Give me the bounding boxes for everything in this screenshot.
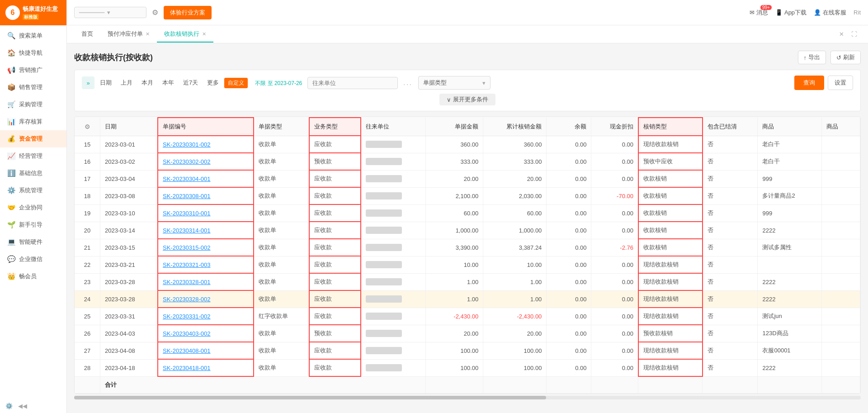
th-writeoff-type[interactable]: 核销类型 [638,118,703,136]
cell-doc-no[interactable]: SK-20230321-003 [158,256,254,273]
th-biz-type[interactable]: 业务类型 [309,118,360,136]
doc-link[interactable]: SK-20230331-002 [163,313,211,320]
tab-writeoff-close[interactable]: ✕ [202,31,206,37]
horizontal-scrollbar[interactable] [74,396,861,399]
doc-link[interactable]: SK-20230302-002 [163,158,211,165]
sidebar-item-sales[interactable]: 📦 销售管理 [0,79,66,96]
th-date[interactable]: 日期 [100,118,158,136]
sidebar-item-finance[interactable]: 💰 资金管理 [0,130,66,147]
sidebar-item-member[interactable]: 👑 畅会员 [0,268,66,285]
cell-doc-no[interactable]: SK-20230403-002 [158,325,254,342]
company-selector[interactable]: ━━━━━━━━ ▾ [74,7,146,18]
filter-more-btn[interactable]: 更多 [203,77,222,88]
messages-btn[interactable]: ✉ 消息 99+ [750,9,768,17]
doc-link[interactable]: SK-20230304-001 [163,176,211,182]
refresh-btn[interactable]: ↺ 刷新 [830,51,861,64]
doc-link[interactable]: SK-20230308-001 [163,193,211,199]
doc-link[interactable]: SK-20230314-001 [163,227,211,234]
settings-gear-icon[interactable]: ⚙ [152,8,158,17]
cell-doc-no[interactable]: SK-20230328-001 [158,273,254,290]
filter-partner-input[interactable] [307,77,398,89]
cell-doc-no[interactable]: SK-20230308-001 [158,187,254,204]
cell-discount: 0.00 [591,136,638,153]
collapse-icon[interactable]: ◀◀ [18,403,27,409]
footer-balance [547,376,591,394]
cell-doc-no[interactable]: SK-20230314-001 [158,222,254,239]
th-writeoff[interactable]: 累计核销金额 [483,118,547,136]
th-doc-type[interactable]: 单据类型 [254,118,309,136]
online-service-btn[interactable]: 👤 在线客服 [814,9,846,17]
doc-link[interactable]: SK-20230418-001 [163,365,211,371]
cell-settled: 否 [703,153,758,170]
cell-date: 2023-03-02 [100,153,158,170]
cell-doc-no[interactable]: SK-20230301-002 [158,136,254,153]
doc-link[interactable]: SK-20230321-003 [163,261,211,268]
table-row: 192023-03-10SK-20230310-001收款单应收款███████… [75,204,860,222]
cell-biz-type: 应收款 [309,222,360,239]
sidebar-item-marketing[interactable]: 📢 营销推广 [0,62,66,79]
doc-link[interactable]: SK-20230315-002 [163,244,211,251]
th-partner[interactable]: 往来单位 [361,118,426,136]
filter-expand-btn[interactable]: » [82,76,94,89]
industry-btn[interactable]: 体验行业方案 [164,6,212,19]
cell-doc-no[interactable]: SK-20230315-002 [158,239,254,256]
sidebar-item-enterprise[interactable]: 🤝 企业协同 [0,199,66,216]
query-btn[interactable]: 查询 [794,76,824,90]
filter-custom-btn[interactable]: 自定义 [224,78,248,88]
expand-more-btn[interactable]: ∨ 展开更多条件 [439,94,495,105]
filter-last-month-btn[interactable]: 上月 [117,77,136,88]
th-goods[interactable]: 商品 [758,118,822,136]
app-download-btn[interactable]: 📱 App下载 [775,9,807,17]
filter-this-year-btn[interactable]: 本年 [159,77,178,88]
sidebar-item-hardware[interactable]: 💻 智能硬件 [0,233,66,251]
doc-link[interactable]: SK-20230310-001 [163,210,211,217]
sidebar-item-purchase[interactable]: 🛒 采购管理 [0,96,66,113]
cell-discount: 0.00 [591,273,638,290]
tab-prepay[interactable]: 预付冲应付单 ✕ [100,26,157,43]
tab-home[interactable]: 首页 [74,26,100,43]
sidebar-item-system[interactable]: ⚙️ 系统管理 [0,182,66,199]
filter-settings-btn[interactable]: 设置 [828,76,853,90]
cell-discount: 0.00 [591,153,638,170]
th-amount[interactable]: 单据金额 [425,118,483,136]
sidebar-item-guide[interactable]: 🌱 新手引导 [0,216,66,233]
doc-link[interactable]: SK-20230301-002 [163,141,211,148]
tab-prepay-close[interactable]: ✕ [146,31,150,37]
cell-no: 21 [75,239,100,256]
cell-doc-no[interactable]: SK-20230304-001 [158,170,254,187]
th-discount[interactable]: 现金折扣 [591,118,638,136]
th-doc-no[interactable]: 单据编号 [158,118,254,136]
cell-settled: 否 [703,290,758,308]
doc-link[interactable]: SK-20230328-001 [163,279,211,285]
filter-7days-btn[interactable]: 近7天 [179,77,202,88]
footer-writeoff [483,376,547,394]
maximize-icon[interactable]: ⛶ [848,31,861,38]
sidebar-item-nav[interactable]: 🏠 快捷导航 [0,44,66,62]
filter-this-month-btn[interactable]: 本月 [138,77,157,88]
cell-doc-no[interactable]: SK-20230328-002 [158,290,254,308]
sidebar-item-operation[interactable]: 📈 经营管理 [0,147,66,165]
cell-doc-no[interactable]: SK-20230408-001 [158,342,254,359]
sidebar-item-inventory[interactable]: 📊 库存核算 [0,113,66,130]
doc-link[interactable]: SK-20230328-002 [163,296,211,303]
th-balance[interactable]: 余额 [547,118,591,136]
close-window-icon[interactable]: ✕ [835,31,848,38]
sidebar-item-wechat[interactable]: 💬 企业微信 [0,251,66,268]
cell-amount: 60.00 [425,204,483,222]
cell-doc-no[interactable]: SK-20230418-001 [158,359,254,376]
doc-link[interactable]: SK-20230408-001 [163,347,211,354]
settings-icon[interactable]: ⚙️ [5,403,13,409]
sidebar-item-search[interactable]: 🔍 搜索菜单 [0,27,66,44]
cell-discount: 0.00 [591,256,638,273]
th-settled[interactable]: 包含已结清 [703,118,758,136]
tab-writeoff[interactable]: 收款核销执行 ✕ [157,26,213,43]
th-goods2[interactable]: 商品 [822,118,860,136]
doc-link[interactable]: SK-20230403-002 [163,330,211,337]
cell-settled: 否 [703,359,758,376]
cell-doc-no[interactable]: SK-20230302-002 [158,153,254,170]
sidebar-item-basic[interactable]: ℹ️ 基础信息 [0,165,66,182]
export-btn[interactable]: ↑ 导出 [798,51,826,64]
cell-doc-no[interactable]: SK-20230331-002 [158,308,254,325]
cell-doc-no[interactable]: SK-20230310-001 [158,204,254,222]
filter-doc-type-select[interactable]: 单据类型 ▾ [418,76,491,90]
